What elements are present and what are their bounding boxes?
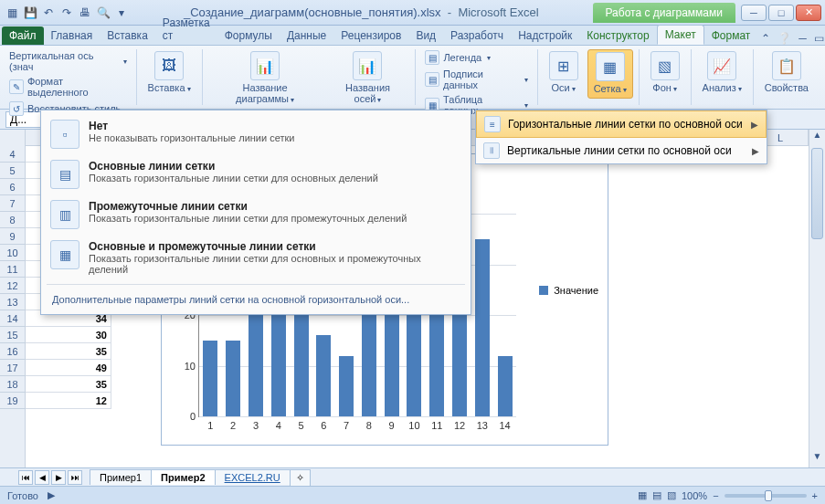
vertical-scrollbar[interactable]: ▲ ▼ xyxy=(809,130,825,467)
cell[interactable]: 35 xyxy=(26,376,111,393)
row-header[interactable]: 8 xyxy=(0,212,25,228)
bar[interactable] xyxy=(339,356,354,416)
minimize-button[interactable]: ─ xyxy=(741,5,767,21)
row-header[interactable]: 6 xyxy=(0,179,25,195)
new-sheet-button[interactable]: ✧ xyxy=(290,469,311,486)
row-header[interactable]: 12 xyxy=(0,278,25,294)
tab-home[interactable]: Главная xyxy=(44,26,100,45)
flyout-horizontal-gridlines[interactable]: ≡ Горизонтальные линии сетки по основной… xyxy=(476,110,767,138)
tab-page-layout[interactable]: Разметка ст xyxy=(155,14,217,45)
macro-record-icon[interactable]: ▶ xyxy=(48,489,55,501)
row-header[interactable]: 19 xyxy=(0,393,25,409)
tab-view[interactable]: Вид xyxy=(408,26,443,45)
scroll-up-icon[interactable]: ▲ xyxy=(809,130,825,146)
sheet-nav-last-icon[interactable]: ⏭ xyxy=(68,470,82,485)
qat-more-icon[interactable]: ▾ xyxy=(113,5,130,21)
row-header[interactable]: 17 xyxy=(0,360,25,376)
row-header[interactable]: 5 xyxy=(0,163,25,179)
zoom-in-icon[interactable]: + xyxy=(812,490,818,501)
zoom-slider-thumb[interactable] xyxy=(765,490,772,501)
cell[interactable]: 12 xyxy=(26,393,111,409)
row-header[interactable]: 11 xyxy=(0,261,25,278)
zoom-slider[interactable] xyxy=(725,494,807,498)
cell[interactable]: 49 xyxy=(26,360,111,376)
tab-data[interactable]: Данные xyxy=(280,26,333,45)
qat-preview-icon[interactable]: 🔍 xyxy=(95,5,111,21)
tab-layout[interactable]: Макет xyxy=(657,25,704,45)
chart-element-selector[interactable]: Вертикальная ось (знач▾ xyxy=(5,49,131,73)
gridlines-both-icon: ▦ xyxy=(50,240,79,269)
axes-button[interactable]: ⊞Оси▾ xyxy=(544,49,584,99)
zoom-out-icon[interactable]: − xyxy=(713,490,718,501)
view-normal-icon[interactable]: ▦ xyxy=(638,489,647,501)
properties-button[interactable]: 📋Свойства xyxy=(759,49,814,95)
row-header[interactable]: 9 xyxy=(0,228,25,245)
axis-titles-button[interactable]: 📊Названия осей▾ xyxy=(326,49,410,108)
ribbon-minimize-icon[interactable]: ⌃ xyxy=(757,32,774,45)
save-icon[interactable]: 💾 xyxy=(22,5,38,21)
x-tick-label: 13 xyxy=(473,420,492,431)
bar[interactable] xyxy=(203,341,217,416)
menu-item-none[interactable]: ▫ НетНе показывать горизонтальные линии … xyxy=(41,114,471,154)
row-header[interactable]: 18 xyxy=(0,376,25,393)
row-headers[interactable]: 45678910111213141516171819 xyxy=(0,130,26,467)
doc-minimize-icon[interactable]: ─ xyxy=(795,32,810,45)
qat-print-icon[interactable]: 🖶 xyxy=(77,5,93,21)
tab-insert[interactable]: Вставка xyxy=(100,26,155,45)
bar[interactable] xyxy=(316,335,331,416)
bar[interactable] xyxy=(475,239,490,416)
sheet-nav-next-icon[interactable]: ▶ xyxy=(51,470,66,485)
row-header[interactable]: 15 xyxy=(0,327,25,343)
group-labels: 📊Название диаграммы▾ 📊Названия осей▾ xyxy=(208,49,417,105)
sheet-tab-3[interactable]: EXCEL2.RU xyxy=(215,469,291,485)
gridlines-button[interactable]: ▦Сетка▾ xyxy=(587,49,633,99)
help-icon[interactable]: ❔ xyxy=(774,32,795,45)
analysis-button[interactable]: 📈Анализ▾ xyxy=(697,49,747,97)
tab-addins[interactable]: Надстройк xyxy=(511,26,579,45)
flyout-vertical-gridlines[interactable]: ⦀ Вертикальные линии сетки по основной о… xyxy=(476,138,767,163)
view-page-break-icon[interactable]: ▧ xyxy=(667,489,676,501)
sheet-tab-2[interactable]: Пример2 xyxy=(151,469,215,485)
undo-icon[interactable]: ↶ xyxy=(40,5,57,21)
row-header[interactable]: 10 xyxy=(0,245,25,261)
tab-format[interactable]: Формат xyxy=(704,26,758,45)
menu-item-minor[interactable]: ▥ Промежуточные линии сеткиПоказать гори… xyxy=(41,194,471,235)
row-header[interactable]: 4 xyxy=(0,146,25,163)
menu-item-major-minor[interactable]: ▦ Основные и промежуточные линии сеткиПо… xyxy=(41,235,471,280)
data-labels-button[interactable]: ▤Подписи данных▾ xyxy=(421,68,531,91)
legend-button[interactable]: ▤Легенда▾ xyxy=(421,49,531,66)
row-header[interactable]: 14 xyxy=(0,310,25,327)
sheet-nav-prev-icon[interactable]: ◀ xyxy=(35,470,49,485)
tab-file[interactable]: Файл xyxy=(2,26,44,45)
doc-restore-icon[interactable]: ▭ xyxy=(810,32,825,45)
maximize-button[interactable]: □ xyxy=(768,5,794,21)
cell[interactable]: 30 xyxy=(26,327,111,343)
bar[interactable] xyxy=(498,356,513,416)
tab-developer[interactable]: Разработч xyxy=(443,26,511,45)
scroll-thumb[interactable] xyxy=(811,148,823,239)
chart-title-button[interactable]: 📊Название диаграммы▾ xyxy=(208,49,323,108)
gridlines-icon: ▦ xyxy=(596,52,625,81)
menu-item-major[interactable]: ▤ Основные линии сеткиПоказать горизонта… xyxy=(41,154,471,194)
background-button[interactable]: ▧Фон▾ xyxy=(645,49,685,97)
cell[interactable]: 35 xyxy=(26,343,111,360)
tab-design[interactable]: Конструктор xyxy=(579,26,656,45)
row-header[interactable]: 16 xyxy=(0,343,25,360)
tab-formulas[interactable]: Формулы xyxy=(217,26,280,45)
tab-review[interactable]: Рецензиров xyxy=(333,26,408,45)
bar[interactable] xyxy=(226,341,240,416)
view-page-layout-icon[interactable]: ▤ xyxy=(652,489,661,501)
close-button[interactable]: ✕ xyxy=(796,5,821,21)
zoom-level[interactable]: 100% xyxy=(682,490,707,501)
row-header[interactable]: 7 xyxy=(0,195,25,212)
menu-more-options[interactable]: Дополнительные параметры линий сетки на … xyxy=(41,289,471,310)
legend[interactable]: Значение xyxy=(539,285,598,296)
redo-icon[interactable]: ↷ xyxy=(58,5,75,21)
insert-button[interactable]: 🖼Вставка▾ xyxy=(143,49,196,97)
sheet-tab-1[interactable]: Пример1 xyxy=(90,469,152,485)
gridline xyxy=(199,366,516,367)
sheet-nav-first-icon[interactable]: ⏮ xyxy=(18,470,33,485)
format-selection-button[interactable]: ✎Формат выделенного xyxy=(5,75,131,99)
row-header[interactable]: 13 xyxy=(0,294,25,310)
scroll-down-icon[interactable]: ▼ xyxy=(809,451,825,467)
